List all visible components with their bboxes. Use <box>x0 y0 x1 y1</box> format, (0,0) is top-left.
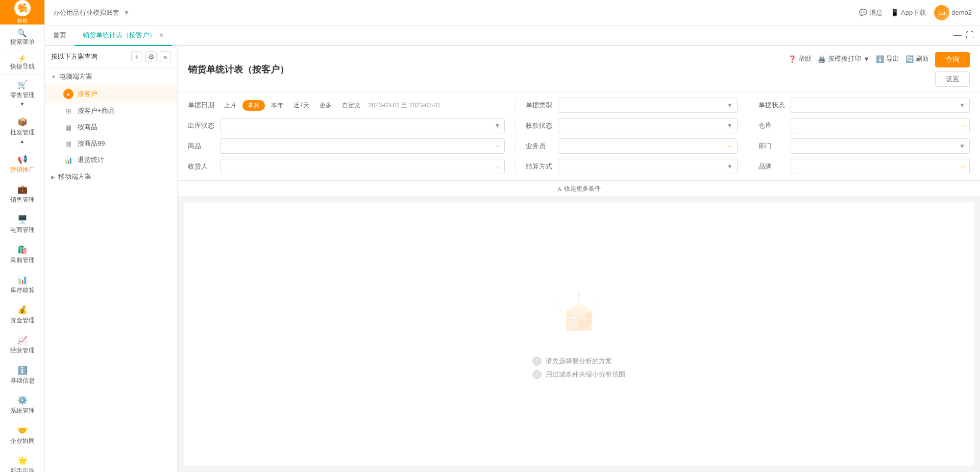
salesperson-more-icon: ··· <box>728 143 733 150</box>
scheme-child-by-customer-product[interactable]: ⊞ 按客户+商品 <box>45 103 177 119</box>
export-label: 导出 <box>886 54 899 63</box>
collapse-more-btn[interactable]: ∧ 收起更多条件 <box>178 181 980 196</box>
department-control[interactable]: ▼ <box>791 138 970 154</box>
sidebar-item-system[interactable]: ⚙️ 系统管理 <box>0 390 44 420</box>
sidebar-item-purchase[interactable]: 🛍️ 采购管理 <box>0 240 44 270</box>
username: demo2 <box>951 9 972 16</box>
doc-type-arrow: ▼ <box>727 102 733 109</box>
sidebar-item-sales[interactable]: 💼 销售管理 <box>0 179 44 209</box>
purchase-label: 采购管理 <box>10 256 35 265</box>
sidebar-item-wholesale[interactable]: 📦 批发管理 ▲ <box>0 112 44 149</box>
scheme-group-mobile-header[interactable]: ▶ 移动端方案 <box>45 168 177 185</box>
settings-btn[interactable]: 设置 <box>935 72 970 87</box>
doc-status-control[interactable]: ▼ <box>791 98 970 113</box>
tab-maximize-btn[interactable]: ⛶ <box>966 31 974 40</box>
scheme-child-return-stat[interactable]: 📊 退货统计 <box>45 152 177 168</box>
brand-control[interactable]: ··· <box>791 159 970 174</box>
date-tab-this-month[interactable]: 本月 <box>242 100 265 111</box>
template-print-btn[interactable]: 🖨️ 按模板打印 ▼ <box>818 54 870 63</box>
sidebar-item-marketing[interactable]: 📢 营销推广 <box>0 149 44 179</box>
payment-method-arrow: ▼ <box>727 163 733 170</box>
help-btn[interactable]: ❓ 帮助 <box>788 54 812 63</box>
by-customer-active-icon: ● <box>63 89 74 99</box>
scheme-group-desktop-header[interactable]: ▼ 电脑端方案 <box>45 68 177 85</box>
date-tab-more[interactable]: 更多 <box>315 100 336 111</box>
receiver-more-icon: ··· <box>495 163 500 170</box>
export-icon: ⬇️ <box>876 55 884 63</box>
sidebar-item-inventory[interactable]: 📊 库存核算 <box>0 270 44 300</box>
help-label: 帮助 <box>798 54 812 63</box>
by-product99-label: 按商品99 <box>78 139 105 148</box>
sidebar-quick-nav[interactable]: ⚡ 快捷导航 <box>0 51 44 75</box>
tab-bar: 首页 销货单统计表（按客户） ✕ — ⛶ <box>45 26 980 46</box>
logo-text: 标账 <box>17 17 28 25</box>
tab-close-icon[interactable]: ✕ <box>159 32 164 39</box>
filter-brand: 品牌 ··· <box>758 159 970 174</box>
tab-minimize-btn[interactable]: — <box>953 31 962 40</box>
divider-3 <box>515 118 516 133</box>
filter-area: 单据日期 上月 本月 本年 近7天 更多 自定义 2023-03-01 至 20… <box>178 91 980 181</box>
payment-method-label: 结算方式 <box>526 162 554 171</box>
scheme-settings-btn[interactable]: ⚙ <box>145 51 157 62</box>
sidebar-search[interactable]: 🔍 搜索菜单 <box>0 25 44 51</box>
basic-label: 基础信息 <box>10 376 35 385</box>
refresh-btn[interactable]: 🔄 刷新 <box>905 54 929 63</box>
product-label: 商品 <box>188 141 216 151</box>
product-control[interactable]: ··· <box>220 138 505 154</box>
sidebar-item-basic[interactable]: ℹ️ 基础信息 <box>0 360 44 390</box>
scheme-panel: 按以下方案查询 + ⚙ « ▼ 电脑端方案 ● 按客户 ⊞ <box>45 46 178 472</box>
mobile-group-expand-icon: ▶ <box>51 174 55 180</box>
breadcrumb: 办公用品行业模拟账套 <box>53 8 119 17</box>
out-status-arrow: ▼ <box>495 122 501 129</box>
scheme-group-mobile: ▶ 移动端方案 <box>45 168 177 185</box>
wholesale-expand: ▲ <box>20 138 25 144</box>
template-print-label: 按模板打印 <box>828 54 861 63</box>
sidebar-item-retail[interactable]: 🛒 零售管理 ▼ <box>0 75 44 112</box>
user-profile[interactable]: Ea demo2 <box>934 5 972 20</box>
refresh-icon: 🔄 <box>905 55 914 63</box>
message-btn[interactable]: 💬 消息 <box>859 8 883 17</box>
out-status-control[interactable]: ▼ <box>220 118 505 133</box>
export-btn[interactable]: ⬇️ 导出 <box>876 54 899 63</box>
scheme-collapse-btn[interactable]: « <box>160 51 171 62</box>
date-filter-control: 上月 本月 本年 近7天 更多 自定义 2023-03-01 至 2023-03… <box>220 100 505 111</box>
sidebar-item-newuser[interactable]: 🌟 新手引导 <box>0 451 44 472</box>
warehouse-control[interactable]: ··· <box>791 118 970 133</box>
receiver-control[interactable]: ··· <box>220 159 505 174</box>
sidebar-item-enterprise[interactable]: 🤝 企业协同 <box>0 420 44 451</box>
filter-row-3: 商品 ··· 业务员 ··· <box>188 138 970 154</box>
payment-status-control[interactable]: ▼ <box>558 118 737 133</box>
retail-expand: ▼ <box>20 101 25 107</box>
doc-type-control[interactable]: ▼ <box>558 98 737 113</box>
date-tab-custom[interactable]: 自定义 <box>338 100 364 111</box>
ecom-label: 电商管理 <box>10 226 35 234</box>
date-tab-7days[interactable]: 近7天 <box>289 100 313 111</box>
date-tab-last-month[interactable]: 上月 <box>220 100 240 111</box>
breadcrumb-dropdown-icon[interactable]: ▼ <box>124 9 130 16</box>
app-download-btn[interactable]: 📱 App下载 <box>891 8 926 17</box>
scheme-add-btn[interactable]: + <box>131 51 142 62</box>
date-tab-this-year[interactable]: 本年 <box>267 100 287 111</box>
scheme-child-by-product[interactable]: ▦ 按商品 <box>45 119 177 135</box>
divider-1 <box>515 98 516 113</box>
tab-home[interactable]: 首页 <box>45 26 75 46</box>
sidebar-item-finance[interactable]: 💰 资金管理 <box>0 300 44 330</box>
scheme-group-desktop: ▼ 电脑端方案 ● 按客户 ⊞ 按客户+商品 ▦ 按商品 ▦ 按商品99 <box>45 68 177 168</box>
salesperson-control[interactable]: ··· <box>558 138 737 154</box>
enterprise-label: 企业协同 <box>10 437 35 445</box>
scheme-child-by-customer[interactable]: ● 按客户 <box>45 85 177 103</box>
doc-status-arrow: ▼ <box>959 102 965 109</box>
retail-label: 零售管理 <box>10 91 35 100</box>
message-icon: 💬 <box>859 9 867 16</box>
date-tabs: 上月 本月 本年 近7天 更多 自定义 <box>220 100 364 111</box>
sidebar-item-ecom[interactable]: 🖥️ 电商管理 <box>0 209 44 240</box>
svg-point-5 <box>573 319 575 321</box>
scheme-child-by-product99[interactable]: ▦ 按商品99 <box>45 135 177 152</box>
query-btn[interactable]: 查询 <box>935 52 970 67</box>
sidebar-item-operations[interactable]: 📈 经营管理 <box>0 330 44 360</box>
filter-receiver: 收货人 ··· <box>188 159 505 174</box>
filter-payment-status: 收款状态 ▼ <box>526 118 737 133</box>
payment-method-control[interactable]: ▼ <box>558 159 737 174</box>
tab-sales-stat[interactable]: 销货单统计表（按客户） ✕ <box>75 26 172 46</box>
tab-sales-stat-label: 销货单统计表（按客户） <box>83 31 156 40</box>
